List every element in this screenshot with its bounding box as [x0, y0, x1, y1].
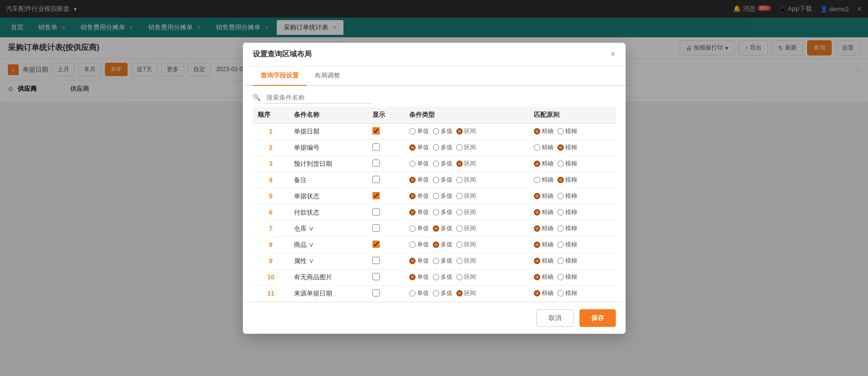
modal-header: 设置查询区域布局 × [243, 43, 626, 66]
modal-title: 设置查询区域布局 [253, 50, 312, 59]
search-input[interactable] [264, 92, 372, 102]
modal-overlay: 设置查询区域布局 × 查询字段设置 布局调整 🔍 顺序 条件名称 显示 条件类型 [0, 0, 868, 102]
modal-tabs: 查询字段设置 布局调整 [243, 66, 626, 86]
tab-query-fields[interactable]: 查询字段设置 [253, 66, 307, 86]
tab-layout-adjust[interactable]: 布局调整 [307, 66, 348, 86]
settings-modal: 设置查询区域布局 × 查询字段设置 布局调整 🔍 顺序 条件名称 显示 条件类型 [243, 43, 626, 102]
modal-search-area: 🔍 [243, 86, 626, 102]
search-icon: 🔍 [253, 94, 261, 101]
modal-close-btn[interactable]: × [610, 50, 616, 58]
